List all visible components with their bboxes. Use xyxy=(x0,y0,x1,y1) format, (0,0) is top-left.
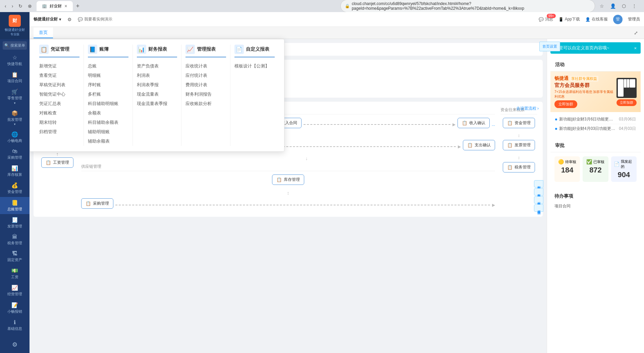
custom-report-title: 自定义报表 xyxy=(246,46,269,52)
message-action[interactable]: 💬 消息 99+ xyxy=(539,16,553,22)
voucher-new[interactable]: 新增凭证 xyxy=(39,61,79,71)
address-bar[interactable]: 🔒 cloud.chanjet.com/cc/u6d89qwnryel/57bf… xyxy=(340,0,595,12)
voucher-period-end[interactable]: 期末结转 xyxy=(39,118,79,127)
management-report-icon: 📈 xyxy=(185,45,195,54)
sidebar-item-basic-info[interactable]: ℹ 基础信息 xyxy=(0,316,30,334)
wholesale-icon: 📦 xyxy=(11,110,18,116)
voucher-summary[interactable]: 凭证汇总表 xyxy=(39,99,79,108)
voucher-smart-center[interactable]: 智能凭证中心 xyxy=(39,90,79,99)
sidebar-item-expense[interactable]: 📝 小畅报销 xyxy=(0,299,30,316)
report-cashflow-quarterly[interactable]: 现金流量表季报 xyxy=(137,99,177,108)
profile-button[interactable]: 👤 xyxy=(608,2,618,10)
voucher-column: 📋 凭证管理 新增凭证 查看凭证 草稿凭证列表 智能凭证中心 凭证汇总表 对账检… xyxy=(35,45,84,146)
sidebar-search-button[interactable]: 🔍 搜索菜单 xyxy=(3,41,27,50)
custom-template[interactable]: 模板设计【公测】 xyxy=(234,61,275,71)
sidebar-item-finance[interactable]: 💰 资金管理 xyxy=(0,180,30,197)
tax-label: 税务管理 xyxy=(7,241,22,245)
app-download-action[interactable]: 📱 App下载 xyxy=(558,16,580,22)
sidebar-item-purchase[interactable]: 🛍 采购管理 xyxy=(0,146,30,162)
url-text: cloud.chanjet.com/cc/u6d89qwnryel/57bfsk… xyxy=(352,1,591,11)
forward-button[interactable]: › xyxy=(10,2,15,10)
mgmt-receivable[interactable]: 应收统计表 xyxy=(185,61,226,71)
voucher-view[interactable]: 查看凭证 xyxy=(39,71,79,80)
sidebar-item-quick-nav[interactable]: ☆ 快捷导航 xyxy=(0,52,30,69)
company-selector[interactable]: 畅捷通好业财 ▾ xyxy=(34,16,61,22)
voucher-reconcile[interactable]: 对账检查 xyxy=(39,108,79,118)
ledger-subject-balance[interactable]: 科目辅助余额表 xyxy=(88,118,128,127)
report-cashflow[interactable]: 现金流量表 xyxy=(137,90,177,99)
voucher-draft-list[interactable]: 草稿凭证列表 xyxy=(39,80,79,90)
ledger-multi-col[interactable]: 多栏账 xyxy=(88,90,128,99)
operations-label: 经营管理 xyxy=(7,292,22,296)
back-button[interactable]: ‹ xyxy=(3,2,8,10)
ecommerce-icon: 🌐 xyxy=(11,131,18,138)
ledger-aux-detail[interactable]: 辅助明细账 xyxy=(88,127,128,137)
sidebar-item-ecommerce[interactable]: 🌐 小畅电商 xyxy=(0,129,30,146)
sidebar-item-salary[interactable]: 💵 工资 xyxy=(0,265,30,282)
sidebar-settings-button[interactable]: ⚙ xyxy=(10,339,19,350)
sidebar-item-system[interactable]: 🔧 系统管理 xyxy=(0,334,30,336)
custom-report-icon: 📄 xyxy=(234,45,244,54)
financial-report-title: 财务报表 xyxy=(148,46,167,52)
menu-button[interactable]: ⋮ xyxy=(630,2,639,10)
ledger-aux-balance[interactable]: 辅助余额表 xyxy=(88,137,128,146)
ledger-header: 📘 账簿 xyxy=(88,45,128,57)
sidebar-search-area: 🔍 搜索菜单 xyxy=(0,39,30,52)
ledger-balance[interactable]: 余额表 xyxy=(88,108,128,118)
ledger-journal[interactable]: 序时账 xyxy=(88,80,128,90)
user-avatar[interactable]: 管 xyxy=(613,15,623,24)
mgmt-expense[interactable]: 费用统计表 xyxy=(185,80,226,90)
sidebar-item-tax[interactable]: 🏛 税务管理 xyxy=(0,231,30,248)
mgmt-receivable-analysis[interactable]: 应收账款分析 xyxy=(185,99,226,108)
extensions-button[interactable]: ⬡ xyxy=(620,2,628,10)
report-income-quarterly[interactable]: 利润表季报 xyxy=(137,80,177,90)
tab-actions: ⤢ xyxy=(632,29,640,37)
management-report-header: 📈 管理报表 xyxy=(185,45,226,57)
stop-button[interactable]: ⊗ xyxy=(26,2,34,10)
online-service-action[interactable]: 👤 在线客服 xyxy=(585,16,608,22)
mgmt-payable[interactable]: 应付统计表 xyxy=(185,71,226,80)
sidebar-item-project-contract[interactable]: 📋 项目合同 xyxy=(0,69,30,86)
chat-icon: 💬 xyxy=(78,17,83,22)
voucher-archive[interactable]: 归档管理 xyxy=(39,127,79,137)
sidebar-item-fixed-assets[interactable]: 🏗 固定资产 xyxy=(0,248,30,265)
reload-button[interactable]: ↻ xyxy=(16,2,24,10)
tab-bar: 🏢 好业财 × + xyxy=(37,1,335,11)
ledger-detail[interactable]: 明细账 xyxy=(88,71,128,80)
message-icon: 💬 xyxy=(539,17,544,22)
report-income[interactable]: 利润表 xyxy=(137,71,177,80)
quick-nav-icon: ☆ xyxy=(12,54,17,61)
sidebar-item-invoice[interactable]: 🧾 发票管理 xyxy=(0,214,30,231)
ecommerce-label: 小畅电商 xyxy=(7,139,22,143)
custom-report-header: 📄 自定义报表 xyxy=(234,45,275,57)
new-tab-button[interactable]: + xyxy=(74,2,82,10)
browser-nav-controls: ‹ › ↻ ⊗ xyxy=(3,2,34,10)
avatar-initial: 管 xyxy=(616,16,620,22)
ledger-general[interactable]: 总账 xyxy=(88,61,128,71)
sidebar-item-retail[interactable]: 🛒 零售管理 ▼ xyxy=(0,86,30,107)
tab-home[interactable]: 首页 xyxy=(34,28,53,38)
inventory-icon: 📊 xyxy=(11,165,18,171)
salary-label: 工资 xyxy=(11,275,18,279)
sidebar-item-accounting[interactable]: 📒 总账管理 xyxy=(0,197,30,214)
tab-home-label: 首页 xyxy=(39,30,48,35)
lock-icon: 🔒 xyxy=(345,4,350,8)
mgmt-profit-report[interactable]: 财务利润报告 xyxy=(185,90,226,99)
active-tab[interactable]: 🏢 好业财 × xyxy=(37,1,72,11)
bookmark-button[interactable]: ☆ xyxy=(598,2,606,10)
demo-button[interactable]: 💬 我要看实例演示 xyxy=(78,16,112,22)
sidebar-item-wholesale[interactable]: 📦 批发管理 ▼ xyxy=(0,107,30,129)
header-right: 💬 消息 99+ 📱 App下载 👤 在线客服 管 管理员 xyxy=(539,15,640,24)
tab-close-button[interactable]: × xyxy=(64,3,67,9)
sidebar-item-operations[interactable]: 📈 经营管理 xyxy=(0,282,30,299)
ledger-subject-detail[interactable]: 科目辅助明细账 xyxy=(88,99,128,108)
salary-icon: 💵 xyxy=(11,267,18,274)
header-settings-button[interactable]: ⚙ xyxy=(65,15,74,23)
online-service-label: 在线客服 xyxy=(592,16,608,22)
sidebar-item-inventory[interactable]: 📊 库存核算 xyxy=(0,162,30,180)
fixed-assets-icon: 🏗 xyxy=(12,251,17,257)
username: 管理员 xyxy=(628,16,640,22)
retail-icon: 🛒 xyxy=(11,89,18,95)
report-balance-sheet[interactable]: 资产负债表 xyxy=(137,61,177,71)
tab-expand-button[interactable]: ⤢ xyxy=(632,29,640,37)
